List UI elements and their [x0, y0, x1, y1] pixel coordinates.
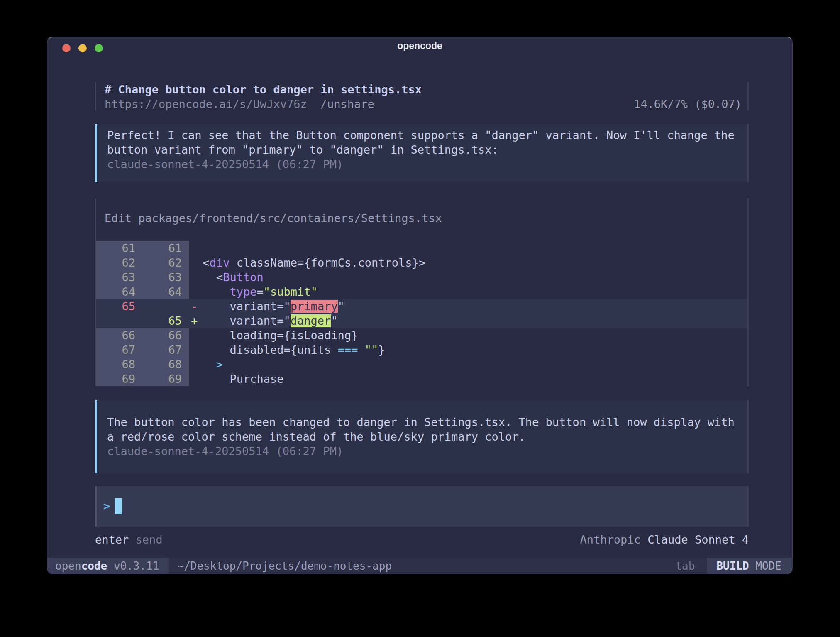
diff-code-cell: <Button [189, 270, 747, 284]
mode-name: BUILD [716, 560, 749, 572]
diff-code-line: type="submit" [189, 284, 747, 299]
diff-old-line-number: 68 [96, 357, 143, 372]
diff-code-cell: - variant="primary" [189, 299, 747, 314]
diff-code-line: <Button [189, 270, 747, 284]
diff-table: 61616262 <div className={formCs.controls… [96, 241, 747, 386]
message-text: Perfect! I can see that the Button compo… [107, 128, 747, 157]
diff-code-line: disabled={units === ""} [189, 343, 747, 357]
diff-old-line-number: 62 [96, 255, 143, 270]
diff-code-cell: + variant="danger" [189, 314, 747, 328]
diff-code-cell: loading={isLoading} [189, 328, 747, 343]
diff-old-line-number: 65 [96, 299, 143, 314]
diff-row: 6161 [96, 241, 747, 255]
diff-old-line-number: 63 [96, 270, 143, 284]
token-usage-stats: 14.6K/7% ($0.07) [634, 97, 747, 111]
message-line: button variant from "primary" to "danger… [107, 142, 747, 157]
diff-old-line-number: 67 [96, 343, 143, 357]
assistant-message-2: The button color has been changed to dan… [95, 400, 749, 473]
status-bar: opencode v0.3.11 ~/Desktop/Projects/demo… [47, 558, 792, 574]
mode-label: MODE [755, 560, 781, 572]
diff-new-line-number: 64 [143, 284, 189, 299]
diff-new-line-number: 68 [143, 357, 189, 372]
diff-new-line-number: 62 [143, 255, 189, 270]
diff-new-line-number: 61 [143, 241, 189, 255]
app-version: v0.3.11 [114, 560, 159, 572]
opencode-window: opencode # Change button color to danger… [47, 37, 793, 574]
edit-tool-card: Edit packages/frontend/src/containers/Se… [95, 198, 749, 386]
prompt-input[interactable]: > [95, 486, 749, 527]
text-cursor [115, 498, 122, 514]
session-header: # Change button color to danger in setti… [95, 82, 749, 111]
share-url[interactable]: https://opencode.ai/s/UwJxv76z [105, 97, 307, 111]
diff-code-cell: <div className={formCs.controls}> [189, 255, 747, 270]
diff-new-line-number: 69 [143, 372, 189, 386]
assistant-message-1: Perfect! I can see that the Button compo… [95, 124, 749, 182]
diff-new-line-number: 63 [143, 270, 189, 284]
diff-row: 65+ variant="danger" [96, 314, 747, 328]
project-path: ~/Desktop/Projects/demo-notes-app [177, 560, 392, 572]
diff-new-line-number: 67 [143, 343, 189, 357]
unshare-command[interactable]: /unshare [320, 97, 374, 111]
prompt-caret: > [103, 500, 110, 512]
diff-code-cell: type="submit" [189, 284, 747, 299]
model-name: Claude Sonnet 4 [647, 533, 749, 546]
provider-name: Anthropic [580, 533, 641, 546]
added-marker-icon: + [191, 314, 198, 328]
diff-row: 6464 type="submit" [96, 284, 747, 299]
diff-old-line-number: 66 [96, 328, 143, 343]
diff-code-cell: Purchase [189, 372, 747, 386]
message-text: The button color has been changed to dan… [107, 415, 747, 444]
diff-row: 6767 disabled={units === ""} [96, 343, 747, 357]
diff-new-line-number [143, 299, 189, 314]
window-title: opencode [47, 40, 792, 51]
removed-marker-icon: - [191, 299, 198, 314]
diff-code-line: Purchase [189, 372, 747, 386]
diff-row: 6363 <Button [96, 270, 747, 284]
diff-row: 6666 loading={isLoading} [96, 328, 747, 343]
enter-key-hint: enter [95, 533, 129, 546]
diff-new-line-number: 66 [143, 328, 189, 343]
tab-key-hint[interactable]: tab [675, 560, 695, 572]
window-titlebar: opencode [47, 37, 792, 82]
diff-code-line: loading={isLoading} [189, 328, 747, 343]
diff-code-cell: > [189, 357, 747, 372]
message-line: The button color has been changed to dan… [107, 415, 747, 429]
message-line: a red/rose color scheme instead of the b… [107, 429, 747, 444]
session-title: # Change button color to danger in setti… [105, 82, 747, 97]
message-line: Perfect! I can see that the Button compo… [107, 128, 747, 142]
diff-new-line-number: 65 [143, 314, 189, 328]
diff-old-line-number [96, 314, 143, 328]
edit-tool-title: Edit packages/frontend/src/containers/Se… [96, 198, 747, 225]
diff-code-cell: disabled={units === ""} [189, 343, 747, 357]
diff-row: 6868 > [96, 357, 747, 372]
diff-old-line-number: 69 [96, 372, 143, 386]
app-name-normal: open [55, 560, 81, 572]
message-meta: claude-sonnet-4-20250514 (06:27 PM) [107, 157, 747, 172]
diff-code-cell [189, 241, 747, 255]
diff-code-line: > [189, 357, 747, 372]
diff-row: 65- variant="primary" [96, 299, 747, 314]
app-name-bold: code [81, 560, 107, 572]
mode-chip[interactable]: BUILD MODE [707, 558, 792, 574]
diff-code-line: variant="danger" [189, 314, 747, 328]
diff-code-line: variant="primary" [189, 299, 747, 314]
diff-row: 6262 <div className={formCs.controls}> [96, 255, 747, 270]
diff-code-line: <div className={formCs.controls}> [189, 255, 747, 270]
diff-row: 6969 Purchase [96, 372, 747, 386]
diff-old-line-number: 64 [96, 284, 143, 299]
hint-row: enter send Anthropic Claude Sonnet 4 [95, 532, 749, 547]
diff-old-line-number: 61 [96, 241, 143, 255]
send-action-hint: send [136, 533, 163, 546]
app-version-chip: opencode v0.3.11 [47, 558, 169, 574]
message-meta: claude-sonnet-4-20250514 (06:27 PM) [107, 444, 747, 458]
